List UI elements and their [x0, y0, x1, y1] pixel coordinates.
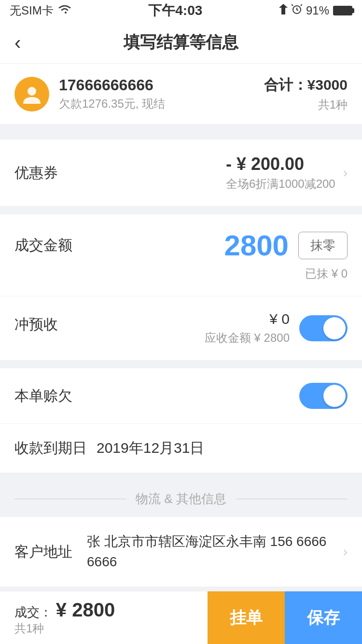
due-date-row: 收款到期日 2019年12月31日: [14, 438, 348, 458]
pre-receive-label: 冲预收: [14, 311, 58, 335]
address-value: 张 北京市市辖区海淀区永丰南 156 6666 6666: [87, 532, 343, 572]
logistics-label: 物流 & 其他信息: [136, 490, 226, 507]
nav-title: 填写结算等信息: [124, 31, 238, 54]
pre-right: ¥ 0 应收金额 ¥ 2800: [205, 311, 348, 346]
pre-amount: ¥ 0: [205, 311, 290, 327]
coupon-right: - ¥ 200.00 全场6折满1000减200 ›: [226, 154, 348, 192]
svg-line-4: [301, 4, 302, 6]
svg-point-5: [28, 87, 36, 96]
divider-line-left: [14, 499, 126, 499]
customer-sub: 欠款1276.35元, 现结: [59, 96, 165, 112]
status-right: 91%: [279, 4, 352, 17]
customer-left: 17666666666 欠款1276.35元, 现结: [14, 76, 165, 112]
total-count: 共1种: [264, 97, 348, 112]
save-button[interactable]: 保存: [285, 591, 362, 644]
coupon-label: 优惠券: [14, 163, 58, 183]
bottom-deal-amount: ¥ 2800: [56, 599, 115, 620]
address-label: 客户地址: [14, 542, 72, 562]
coupon-chevron-icon: ›: [343, 165, 348, 181]
hang-button[interactable]: 挂单: [208, 591, 285, 644]
divider-line-right: [236, 499, 348, 499]
divider-3: [0, 361, 362, 368]
due-date-section: 收款到期日 2019年12月31日: [0, 424, 362, 473]
customer-phone: 17666666666: [59, 76, 165, 94]
status-left: 无SIM卡: [10, 3, 72, 18]
divider-2: [0, 207, 362, 214]
pre-receive-section: 冲预收 ¥ 0 应收金额 ¥ 2800: [0, 296, 362, 361]
customer-card: 17666666666 欠款1276.35元, 现结 合计：¥3000 共1种: [0, 64, 362, 124]
pre-amount-block: ¥ 0 应收金额 ¥ 2800: [205, 311, 290, 346]
deal-sub: 已抹 ¥ 0: [14, 266, 348, 281]
alarm-icon: [292, 4, 302, 17]
due-date-value: 2019年12月31日: [97, 438, 204, 458]
credit-toggle[interactable]: [299, 383, 348, 409]
customer-info: 17666666666 欠款1276.35元, 现结: [59, 76, 165, 112]
pre-sub: 应收金额 ¥ 2800: [205, 330, 290, 346]
bottom-count: 共1种: [14, 621, 193, 636]
content-area: 17666666666 欠款1276.35元, 现结 合计：¥3000 共1种 …: [0, 64, 362, 644]
bottom-deal-label: 成交：: [14, 605, 52, 619]
deal-number: 2800: [224, 229, 289, 262]
coupon-sub: 全场6折满1000减200: [226, 176, 335, 192]
due-date-label: 收款到期日: [14, 438, 87, 458]
credit-section: 本单赊欠: [0, 368, 362, 424]
divider-4: [0, 473, 362, 481]
deal-row: 成交金额 2800 抹零: [14, 229, 348, 262]
pre-row: 冲预收 ¥ 0 应收金额 ¥ 2800: [14, 311, 348, 346]
coupon-amount: - ¥ 200.00: [226, 154, 335, 174]
customer-right: 合计：¥3000 共1种: [264, 75, 348, 112]
credit-toggle-thumb: [323, 385, 346, 407]
bottom-deal-row: 成交： ¥ 2800: [14, 599, 193, 621]
deal-amount-section: 成交金额 2800 抹零 已抹 ¥ 0: [0, 214, 362, 296]
location-icon: [279, 4, 288, 17]
battery-label: 91%: [306, 4, 329, 17]
carrier-text: 无SIM卡: [10, 3, 54, 18]
round-btn[interactable]: 抹零: [298, 232, 348, 259]
wifi-icon: [57, 4, 72, 17]
credit-label: 本单赊欠: [14, 386, 72, 406]
total-amount: 合计：¥3000: [264, 75, 348, 95]
toggle-thumb: [323, 317, 346, 339]
bottom-bar: 成交： ¥ 2800 共1种 挂单 保存: [0, 591, 362, 644]
back-button[interactable]: ‹: [14, 33, 21, 52]
svg-line-3: [292, 4, 293, 6]
deal-right: 2800 抹零: [224, 229, 348, 262]
address-section[interactable]: 客户地址 张 北京市市辖区海淀区永丰南 156 6666 6666 ›: [0, 517, 362, 587]
pre-receive-toggle[interactable]: [299, 315, 348, 341]
coupon-row[interactable]: 优惠券 - ¥ 200.00 全场6折满1000减200 ›: [0, 140, 362, 207]
address-chevron-icon: ›: [343, 544, 348, 560]
avatar: [14, 77, 49, 112]
divider-1: [0, 132, 362, 140]
bottom-summary: 成交： ¥ 2800 共1种: [0, 599, 208, 636]
status-bar: 无SIM卡 下午4:03 91%: [0, 0, 362, 21]
status-time: 下午4:03: [148, 1, 202, 20]
deal-label: 成交金额: [14, 236, 72, 255]
logistics-divider: 物流 & 其他信息: [0, 481, 362, 517]
nav-bar: ‹ 填写结算等信息: [0, 21, 362, 64]
battery-icon: [333, 6, 352, 15]
